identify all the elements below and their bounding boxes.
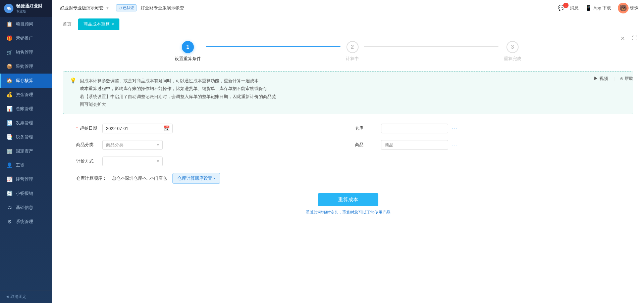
sidebar-item-purchase[interactable]: 📦 采购管理 (0, 59, 52, 74)
user-menu-btn[interactable]: 🐻 珠珠 (618, 3, 639, 13)
form-row-2: 商品分类 商品分类 ▼ 商品 ··· (76, 140, 620, 150)
category-select[interactable]: 商品分类 (102, 140, 163, 150)
step-3-circle: 3 (506, 41, 519, 53)
sidebar-pin-toggle[interactable]: ◄ 取消固定 (0, 290, 52, 303)
sidebar-item-sales[interactable]: 🛒 销售管理 (0, 45, 52, 59)
sidebar-item-finance[interactable]: 💰 资金管理 (0, 88, 52, 102)
category-select-wrapper: 商品分类 ▼ (102, 140, 163, 150)
tabbar: 首页 商品成本重算 × (52, 16, 644, 30)
price-method-field: 计价方式 ▼ (76, 157, 341, 166)
goods-ellipsis-btn[interactable]: ··· (451, 141, 460, 148)
help-link-label: ⊙ 帮助 (620, 76, 633, 82)
warehouse-label: 仓库 (355, 125, 378, 131)
video-link[interactable]: ▶ 视频 (594, 76, 608, 82)
invoice-icon: 🧾 (6, 120, 12, 126)
expense-icon: 🔄 (6, 190, 12, 197)
tab-close-icon[interactable]: × (112, 22, 114, 27)
topbar-actions: 💬 1 消息 📱 App 下载 🐻 珠珠 (558, 3, 639, 13)
close-icon: ✕ (621, 35, 625, 42)
warehouse-input[interactable] (381, 124, 448, 133)
tab-home[interactable]: 首页 (57, 18, 77, 30)
sales-icon: 🛒 (6, 49, 12, 55)
sidebar-item-invoice[interactable]: 🧾 发票管理 (0, 116, 52, 130)
form-row-1: * 起始日期 📅 仓库 ··· (76, 124, 620, 133)
verified-account-name: 好业财专业版演示帐套 (141, 5, 184, 11)
sidebar-item-label: 采购管理 (16, 63, 33, 70)
warehouse-ellipsis-btn[interactable]: ··· (451, 125, 460, 132)
start-date-input[interactable] (102, 124, 173, 133)
sidebar-item-label: 基础信息 (16, 205, 33, 211)
form-section: * 起始日期 📅 仓库 ··· 商品分类 (63, 124, 633, 166)
sidebar-item-label: 项目顾问 (16, 21, 33, 27)
step-2-circle: 2 (346, 41, 359, 53)
goods-label: 商品 (355, 142, 378, 148)
account-selector[interactable]: 好业财专业版演示帐套 ▼ (57, 4, 112, 12)
sidebar-item-label: 库存核算 (16, 78, 33, 84)
sidebar-item-operations[interactable]: 📈 经营管理 (0, 172, 52, 186)
sidebar-item-label: 固定资产 (16, 148, 33, 154)
sidebar-item-label: 工资 (16, 162, 24, 168)
topbar: 好业财专业版演示帐套 ▼ 🛡 已认证 好业财专业版演示帐套 💬 1 消息 📱 A… (52, 0, 644, 16)
inventory-icon: 🏠 (6, 78, 12, 84)
messages-btn[interactable]: 💬 1 消息 (558, 5, 579, 11)
date-input-wrapper: 📅 (102, 124, 173, 133)
price-method-select[interactable] (102, 157, 163, 166)
sidebar-item-label: 资金管理 (16, 92, 33, 98)
sidebar-item-label: 营销推广 (16, 35, 33, 41)
app-download-btn[interactable]: 📱 App 下载 (585, 5, 611, 11)
video-link-label: ▶ 视频 (594, 76, 608, 82)
app-subtitle: 专业版 (16, 9, 42, 14)
step-2-label: 计算中 (346, 56, 359, 62)
phone-icon: 📱 (585, 5, 592, 11)
help-links: ▶ 视频 | ⊙ 帮助 (594, 76, 633, 82)
step-line-1-2 (206, 46, 340, 47)
form-row-3: 计价方式 ▼ (76, 157, 620, 166)
shield-icon: 🛡 (118, 6, 122, 10)
sidebar-item-expense[interactable]: 🔄 小畅报销 (0, 186, 52, 201)
submit-hint: 重算过程耗时较长，重算时您可以正常使用产品 (306, 210, 390, 215)
warehouse-order-label: 仓库计算顺序： (76, 175, 107, 181)
operations-icon: 📈 (6, 176, 12, 182)
steps-container: 1 设置重算条件 2 计算中 3 重算完成 (63, 41, 633, 62)
expand-icon: ⛶ (632, 35, 637, 41)
step-3-label: 重算完成 (504, 56, 521, 62)
sidebar-item-tax[interactable]: 📑 税务管理 (0, 130, 52, 144)
info-text: 因成本计算参数调整、或是对商品成本有疑问时，可以通过成本重算功能，重新计算一遍成… (80, 77, 276, 109)
warehouse-order-row: 仓库计算顺序： 总仓->深圳仓库->...->门店仓 仓库计算顺序设置 › (63, 173, 633, 184)
sidebar-item-inventory[interactable]: 🏠 库存核算 (0, 74, 52, 88)
dropdown-icon: ▼ (106, 6, 109, 10)
warehouse-order-btn-label: 仓库计算顺序设置 › (177, 175, 215, 181)
sidebar-item-system[interactable]: ⚙ 系统管理 (0, 215, 52, 229)
app-logo: 畅 (4, 4, 13, 13)
warehouse-order-settings-btn[interactable]: 仓库计算顺序设置 › (172, 173, 220, 184)
calendar-icon[interactable]: 📅 (164, 125, 170, 131)
sidebar-item-assets[interactable]: 🏢 固定资产 (0, 144, 52, 158)
info-icon: 💡 (70, 77, 76, 84)
sidebar-item-payroll[interactable]: 👤 工资 (0, 158, 52, 172)
recalculate-btn[interactable]: 重算成本 (318, 193, 378, 206)
verified-badge: 🛡 已认证 (116, 4, 137, 11)
step-1-label: 设置重算条件 (175, 56, 201, 62)
project-icon: 📋 (6, 21, 12, 27)
finance-icon: 💰 (6, 92, 12, 98)
submit-section: 重算成本 重算过程耗时较长，重算时您可以正常使用产品 (63, 193, 633, 215)
goods-input[interactable] (381, 140, 448, 150)
sidebar-item-marketing[interactable]: 🎁 营销推广 (0, 31, 52, 45)
sidebar-item-label: 经营管理 (16, 176, 33, 182)
sidebar-item-accounting[interactable]: 📊 总账管理 (0, 102, 52, 116)
tab-home-label: 首页 (63, 21, 71, 27)
account-name: 好业财专业版演示帐套 (60, 5, 104, 11)
app-title: 畅捷通好业财 (16, 3, 42, 9)
warehouse-field: 仓库 ··· (355, 124, 620, 133)
start-date-field: * 起始日期 📅 (76, 124, 341, 133)
sidebar-item-project[interactable]: 📋 项目顾问 (0, 17, 52, 31)
help-link[interactable]: ⊙ 帮助 (620, 76, 633, 82)
sidebar-item-label: 发票管理 (16, 120, 33, 126)
sidebar-item-basic[interactable]: 🗂 基础信息 (0, 201, 52, 215)
purchase-icon: 📦 (6, 63, 12, 70)
tab-cost-recalc[interactable]: 商品成本重算 × (78, 18, 119, 30)
tax-icon: 📑 (6, 134, 12, 140)
sidebar-item-label: 总账管理 (16, 106, 33, 112)
payroll-icon: 👤 (6, 162, 12, 168)
main-area: 好业财专业版演示帐套 ▼ 🛡 已认证 好业财专业版演示帐套 💬 1 消息 📱 A… (52, 0, 644, 303)
